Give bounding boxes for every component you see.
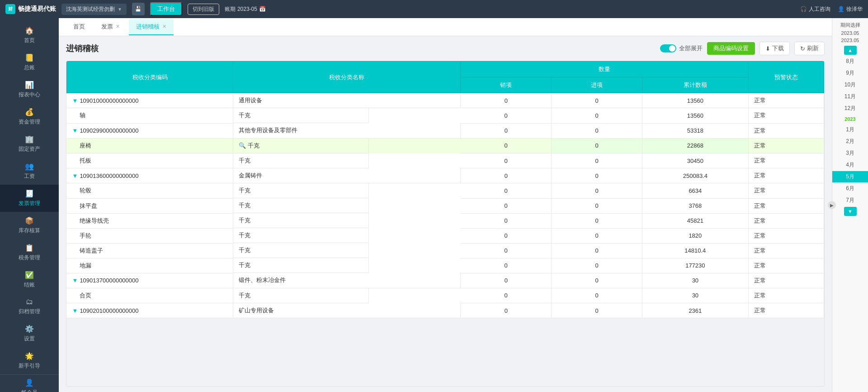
calendar-icon[interactable]: 📅 <box>259 6 266 12</box>
sidebar-label: 税务管理 <box>19 254 40 262</box>
panel-toggle-button[interactable]: ▶ <box>828 201 836 209</box>
th-name: 税收分类名称 <box>233 62 461 93</box>
expand-toggle[interactable]: 全部展开 <box>660 44 703 53</box>
table-row-sale: 0 <box>461 303 552 318</box>
month-item[interactable]: 7月 <box>832 195 868 206</box>
table-row-status: 正常 <box>748 123 824 138</box>
sidebar-item-invoice[interactable]: 🧾 发票管理 <box>0 185 59 212</box>
refresh-button[interactable]: ↻ 刷新 <box>794 42 825 55</box>
month-item[interactable]: 2月 <box>832 136 868 147</box>
company-selector[interactable]: 沈海英测试经营勿删 ▼ <box>61 4 127 15</box>
month-item[interactable]: 1月 <box>832 124 868 135</box>
table-row-status: 正常 <box>748 93 824 108</box>
sidebar-label: 新手引导 <box>19 362 40 370</box>
sidebar-item-ledger[interactable]: 📒 总账 <box>0 49 59 76</box>
table-row-purchase: 0 <box>552 273 642 288</box>
table-row-code: ▼109029900000000000 <box>67 123 233 138</box>
month-item[interactable]: 10月 <box>832 79 868 91</box>
expand-row-icon[interactable]: ▼ <box>72 127 78 134</box>
switch-version-button[interactable]: 切到旧版 <box>188 4 219 15</box>
support-button[interactable]: 🎧 人工咨询 <box>800 5 830 13</box>
month-item[interactable]: 3月 <box>832 148 868 159</box>
table-row-item-unit-col: 千克 <box>233 288 369 303</box>
user-menu[interactable]: 👤 徐泽华 <box>838 5 863 13</box>
product-code-button[interactable]: 商品编码设置 <box>707 42 755 55</box>
table-row-code: ▼109013700000000000 <box>67 273 233 288</box>
scroll-down-button[interactable]: ▼ <box>844 207 857 216</box>
period-selector-title: 期间选择 <box>840 22 860 29</box>
table-row-sale: 0 <box>461 168 552 183</box>
table-row-item-sale: 0 <box>461 228 552 243</box>
sidebar-item-settings[interactable]: ⚙️ 设置 <box>0 320 59 347</box>
month-item[interactable]: 11月 <box>832 91 868 102</box>
logo-icon: 财 <box>5 4 15 14</box>
sidebar-item-archive[interactable]: 🗂 归档管理 <box>0 293 59 320</box>
table-row-item-cumulative: 13560 <box>642 108 748 124</box>
expand-row-icon[interactable]: ▼ <box>72 97 78 104</box>
scroll-up-button[interactable]: ▲ <box>844 46 857 55</box>
table-row-status: 正常 <box>748 168 824 183</box>
table-row-item-cumulative: 177230 <box>642 258 748 273</box>
table-row-item-unit-col: 千克 <box>233 213 369 228</box>
table-row-code: ▼109010000000000000 <box>67 93 233 108</box>
month-item[interactable]: 8月 <box>832 56 868 67</box>
company-name: 沈海英测试经营勿删 <box>66 5 115 13</box>
tab-invoice[interactable]: 发票 ✕ <box>94 19 127 35</box>
sidebar-label: 报表中心 <box>19 91 40 99</box>
page-content: 进销稽核 全部展开 商品编码设置 ⬇ 下载 ↻ 刷 <box>59 36 832 392</box>
table-row-item-code: 合页 <box>67 288 233 303</box>
page-title: 进销稽核 <box>66 43 99 54</box>
table-row-item-status: 正常 <box>748 198 824 213</box>
ledger-icon: 📒 <box>25 53 34 62</box>
th-purchase: 进项 <box>552 77 642 93</box>
expand-row-icon[interactable]: ▼ <box>72 307 78 314</box>
sidebar-item-funds[interactable]: 💰 资金管理 <box>0 103 59 130</box>
topbar: 财 畅捷通易代账 沈海英测试经营勿删 ▼ 💾 工作台 切到旧版 账期 2023-… <box>0 0 868 18</box>
th-sale: 销项 <box>461 77 552 93</box>
month-item[interactable]: 5月 <box>832 171 868 182</box>
table-row-item-sale: 0 <box>461 243 552 258</box>
table-row-item-unit-col: 千克 <box>233 108 369 123</box>
refresh-icon: ↻ <box>800 45 805 52</box>
toggle-track[interactable] <box>660 44 676 53</box>
sidebar-item-payroll[interactable]: 👥 工资 <box>0 158 59 185</box>
table-row-item-purchase: 0 <box>552 258 642 273</box>
table-row-item-status: 正常 <box>748 153 824 168</box>
table-row-item-sale: 0 <box>461 108 552 124</box>
search-icon[interactable]: 🔍 <box>239 142 246 149</box>
workbench-button[interactable]: 工作台 <box>150 2 182 16</box>
download-button[interactable]: ⬇ 下载 <box>760 42 790 55</box>
month-item[interactable]: 9月 <box>832 67 868 79</box>
sidebar-item-tax[interactable]: 📋 税务管理 <box>0 239 59 266</box>
th-quantity-group: 数量 <box>461 62 748 77</box>
period-top-label1: 2023.05 <box>841 30 859 36</box>
sidebar-item-assets[interactable]: 🏢 固定资产 <box>0 130 59 158</box>
table-row-item-code: 铸造盖子 <box>67 243 233 258</box>
table-row-purchase: 0 <box>552 303 642 318</box>
month-item[interactable]: 12月 <box>832 103 868 114</box>
sidebar-item-home[interactable]: 🏠 首页 <box>0 22 59 49</box>
tab-reconcile[interactable]: 进销稽核 ✕ <box>129 19 174 35</box>
tab-invoice-close[interactable]: ✕ <box>116 24 120 29</box>
sidebar-item-settle[interactable]: ✅ 结账 <box>0 266 59 293</box>
sidebar-item-member[interactable]: 👤 畅会员 <box>0 374 59 392</box>
month-item[interactable]: 6月 <box>832 183 868 194</box>
sidebar-item-guide[interactable]: 🌟 新手引导 <box>0 347 59 374</box>
sidebar-item-inventory[interactable]: 📦 库存核算 <box>0 212 59 239</box>
save-button[interactable]: 💾 <box>132 3 145 15</box>
tab-home[interactable]: 首页 <box>66 19 92 35</box>
table-row-item-code: 绝缘导线壳 <box>67 213 233 228</box>
table-row-item-cumulative: 22868 <box>642 138 748 153</box>
table-row-item-purchase: 0 <box>552 288 642 303</box>
tab-reconcile-close[interactable]: ✕ <box>162 24 166 29</box>
sidebar-item-report[interactable]: 📊 报表中心 <box>0 76 59 103</box>
headset-icon: 🎧 <box>800 6 807 12</box>
expand-row-icon[interactable]: ▼ <box>72 172 78 179</box>
payroll-icon: 👥 <box>25 162 34 171</box>
table-row-item-cumulative: 1820 <box>642 228 748 243</box>
month-item[interactable]: 4月 <box>832 159 868 171</box>
table-row-purchase: 0 <box>552 93 642 108</box>
expand-row-icon[interactable]: ▼ <box>72 277 78 284</box>
sidebar-label: 资金管理 <box>19 118 40 126</box>
table-row-item-code: 座椅 <box>67 138 233 153</box>
